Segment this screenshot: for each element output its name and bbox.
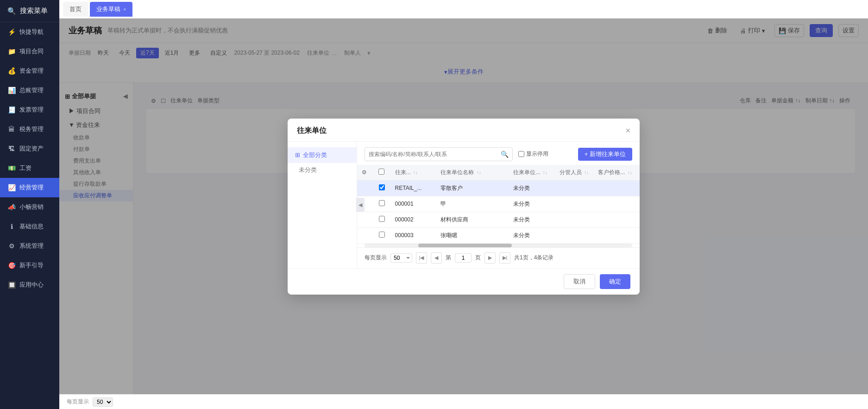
search-icon: 🔍 <box>7 7 16 15</box>
sidebar-item-label: 新手引导 <box>19 261 44 270</box>
row3-price <box>593 212 640 227</box>
cancel-button[interactable]: 取消 <box>564 274 595 289</box>
search-input[interactable] <box>369 151 499 157</box>
category-grid-icon: ⊞ <box>295 151 300 158</box>
show-disabled-checkbox[interactable] <box>518 151 524 157</box>
show-disabled-label: 显示停用 <box>526 150 548 158</box>
col-category-label: 往来单位... <box>513 169 540 176</box>
row4-check[interactable] <box>374 227 390 243</box>
sidebar-item-assets[interactable]: 🏗 固定资产 <box>0 139 59 158</box>
per-page-select[interactable]: 50 100 <box>390 253 412 263</box>
sidebar-item-ledger[interactable]: 📊 总账管理 <box>0 81 59 100</box>
sidebar-item-tax[interactable]: 🏛 税务管理 <box>0 120 59 139</box>
table-row[interactable]: RETAIL_... 零散客户 未分类 <box>357 180 640 196</box>
category-unclassified[interactable]: 未分类 <box>288 163 357 177</box>
modal-right-panel: 🔍 显示停用 + 新增往来单位 <box>357 142 640 268</box>
sidebar-item-operations[interactable]: 📈 经营管理 <box>0 178 59 197</box>
modal-footer: 取消 确定 <box>288 268 640 295</box>
confirm-button[interactable]: 确定 <box>600 274 630 289</box>
prev-page-btn[interactable]: ◀ <box>431 252 442 264</box>
modal-title: 往来单位 <box>297 126 327 136</box>
col-price-label: 客户价格... <box>598 169 625 176</box>
table-row[interactable]: 000003 张嘞嗯 未分类 <box>357 227 640 243</box>
sidebar-item-system[interactable]: ⚙ 系统管理 <box>0 236 59 256</box>
row1-checkbox[interactable] <box>379 184 385 190</box>
sidebar-item-basic-info[interactable]: ℹ 基础信息 <box>0 217 59 236</box>
search-input-wrap: 🔍 <box>365 147 513 161</box>
sidebar-item-label: 小畅营销 <box>19 203 44 211</box>
row3-category: 未分类 <box>509 212 555 227</box>
category-all[interactable]: ⊞ 全部分类 <box>288 147 357 163</box>
sidebar-item-label: 资金管理 <box>19 67 44 75</box>
col-header-price[interactable]: 客户价格... ↑↓ <box>593 165 640 181</box>
row4-checkbox[interactable] <box>379 232 385 238</box>
sidebar-header[interactable]: 🔍 搜索菜单 <box>0 0 59 22</box>
modal-left-panel: ⊞ 全部分类 未分类 ◀ <box>288 142 357 268</box>
table-row[interactable]: 000002 材料供应商 未分类 <box>357 212 640 227</box>
search-icon: 🔍 <box>501 151 509 158</box>
table-row[interactable]: 000001 甲 未分类 <box>357 196 640 212</box>
add-customer-button[interactable]: + 新增往来单位 <box>578 148 632 161</box>
sort-person-icon: ↑↓ <box>584 170 589 175</box>
modal-body: ⊞ 全部分类 未分类 ◀ <box>288 142 640 268</box>
tabbar: 首页 业务草稿 × <box>59 0 868 19</box>
col-header-category[interactable]: 往来单位... ↑↓ <box>509 165 555 181</box>
sort-category-icon: ↑↓ <box>543 170 547 175</box>
show-disabled-wrap: 显示停用 <box>518 150 548 158</box>
status-per-page-select[interactable]: 50 <box>93 397 113 407</box>
sort-price-icon: ↑↓ <box>628 170 632 175</box>
sort-code-icon: ↑↓ <box>413 170 418 175</box>
per-page-label: 每页显示 <box>365 254 387 262</box>
modal-hscroll-thumb[interactable] <box>418 244 512 247</box>
sidebar-item-apps[interactable]: 🔲 应用中心 <box>0 275 59 295</box>
sidebar-item-label: 工资 <box>19 164 31 172</box>
operations-icon: 📈 <box>7 183 16 192</box>
row2-price <box>593 196 640 212</box>
col-header-check[interactable] <box>374 165 390 181</box>
tab-draft[interactable]: 业务草稿 × <box>90 2 132 17</box>
sidebar-item-invoice[interactable]: 🧾 发票管理 <box>0 100 59 120</box>
sidebar-item-contracts[interactable]: 📁 项目合同 <box>0 42 59 61</box>
modal-hscroll[interactable] <box>365 244 632 247</box>
row2-checkbox[interactable] <box>379 200 385 206</box>
sidebar-item-label: 基础信息 <box>19 222 44 231</box>
first-page-btn[interactable]: |◀ <box>416 252 427 264</box>
sidebar-item-label: 税务管理 <box>19 125 44 133</box>
row3-name: 材料供应商 <box>436 212 509 227</box>
tab-home[interactable]: 首页 <box>63 2 88 17</box>
next-page-btn[interactable]: ▶ <box>484 252 496 264</box>
collapse-left-panel[interactable]: ◀ <box>356 198 365 212</box>
sidebar-item-marketing[interactable]: 📣 小畅营销 <box>0 197 59 217</box>
status-per-page-label: 每页显示 <box>67 398 89 406</box>
sidebar-item-label: 系统管理 <box>19 242 44 250</box>
row1-check[interactable] <box>374 180 390 196</box>
col-header-person[interactable]: 分管人员 ↑↓ <box>555 165 593 181</box>
row3-check[interactable] <box>374 212 390 227</box>
sidebar-item-label: 经营管理 <box>19 183 44 192</box>
modal-close-button[interactable]: × <box>625 126 630 136</box>
last-page-btn[interactable]: ▶| <box>499 252 510 264</box>
modal-search-bar: 🔍 显示停用 + 新增往来单位 <box>357 142 640 165</box>
shortcuts-icon: ⚡ <box>7 28 16 36</box>
tab-draft-close[interactable]: × <box>123 6 126 12</box>
sidebar-item-salary[interactable]: 💵 工资 <box>0 158 59 178</box>
modal-pagination: 每页显示 50 100 |◀ ◀ 第 页 ▶ ▶| <box>357 247 640 268</box>
customers-table: ⚙ 往来... ↑↓ <box>357 165 640 244</box>
row2-check[interactable] <box>374 196 390 212</box>
info-icon: ℹ <box>7 222 16 231</box>
sidebar-search-label: 搜索菜单 <box>20 6 48 15</box>
row4-name: 张嘞嗯 <box>436 227 509 243</box>
apps-icon: 🔲 <box>7 281 16 289</box>
sidebar-item-finance[interactable]: 💰 资金管理 <box>0 61 59 81</box>
row4-code: 000003 <box>390 227 436 243</box>
row3-code: 000002 <box>390 212 436 227</box>
sidebar-item-shortcuts[interactable]: ⚡ 快捷导航 <box>0 22 59 42</box>
sidebar-item-label: 总账管理 <box>19 86 44 94</box>
row3-checkbox[interactable] <box>379 216 385 222</box>
sidebar-item-guide[interactable]: 🎯 新手引导 <box>0 256 59 275</box>
col-header-code[interactable]: 往来... ↑↓ <box>390 165 436 181</box>
page-input[interactable] <box>455 253 472 263</box>
select-all-checkbox[interactable] <box>378 169 384 175</box>
col-header-name[interactable]: 往来单位名称 ↑↓ <box>436 165 509 181</box>
settings-table-icon[interactable]: ⚙ <box>362 169 367 176</box>
